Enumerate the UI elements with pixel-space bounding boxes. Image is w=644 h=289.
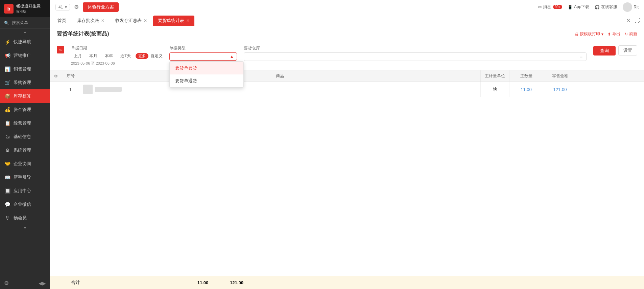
sidebar-item-inventory[interactable]: 📦 库存核算 — [0, 89, 50, 103]
col-header-product: 商品 — [79, 70, 481, 82]
date-range-text: 2023-05-06 至 2023-06-06 — [71, 61, 163, 66]
filter-actions: 查询 设置 — [593, 45, 637, 56]
service-icon: 🎧 — [595, 5, 600, 9]
sidebar-item-member[interactable]: 🎖 畅会员 — [0, 211, 50, 225]
col-header-qty: 主数量 — [509, 70, 543, 82]
sidebar-item-label: 销售管理 — [14, 66, 31, 72]
wechat-icon: 💬 — [4, 201, 11, 208]
sidebar-item-operation[interactable]: 📋 经营管理 — [0, 116, 50, 130]
header-settings-icon[interactable]: ⚙ — [74, 4, 79, 10]
query-btn[interactable]: 查询 — [593, 46, 616, 55]
export-icon: ⬆ — [607, 32, 611, 37]
chevron-up-icon[interactable]: ▲ — [230, 54, 234, 59]
print-icon: 🖨 — [574, 32, 578, 37]
col-header-no: 序号 — [62, 70, 79, 82]
product-cell — [83, 85, 476, 94]
warehouse-filter-label: 要货仓库 — [244, 45, 587, 51]
tab-requisition-label: 要货单统计表 — [158, 18, 184, 24]
tab-inventory-batch[interactable]: 库存批次账 ✕ — [72, 16, 109, 26]
row-extra — [577, 82, 644, 97]
sidebar-logo: b 畅捷通好生意 标准版 — [0, 0, 50, 17]
table-container: ⚙ 序号 商品 主计量单位 主数量 零售金额 1 — [50, 70, 644, 276]
print-btn[interactable]: 🖨 按模板打印 ▾ — [574, 31, 603, 37]
tab-requisition-close[interactable]: ✕ — [186, 18, 190, 23]
user-name: Rit — [634, 5, 639, 9]
print-dropdown-icon: ▾ — [601, 32, 603, 37]
date-custom-btn[interactable]: 自定义 — [150, 53, 163, 59]
sidebar-nav: ▲ ⚡ 快捷导航 📢 营销推广 📊 销售管理 🛒 采购管理 📦 库存核算 💰 资… — [0, 29, 50, 277]
sidebar-search[interactable]: 🔍 搜索菜单 — [0, 17, 50, 29]
date-btn-more[interactable]: 更多 — [136, 53, 148, 59]
online-service-btn[interactable]: 🎧 在线客服 — [595, 4, 617, 10]
guide-icon: 📖 — [4, 174, 11, 181]
sidebar-item-sales[interactable]: 📊 销售管理 — [0, 62, 50, 76]
system-icon: ⚙ — [4, 147, 11, 154]
filter-settings-btn[interactable]: 设置 — [618, 45, 637, 55]
quick-nav-icon: ⚡ — [4, 39, 11, 45]
filter-expand-btn[interactable]: » — [57, 46, 64, 53]
tab-home[interactable]: 首页 — [53, 16, 71, 26]
sidebar-item-label: 资金管理 — [14, 107, 31, 113]
col-header-extra — [577, 70, 644, 82]
sidebar-item-base[interactable]: 🗂 基础信息 — [0, 130, 50, 143]
col-header-settings[interactable]: ⚙ — [50, 70, 62, 82]
dropdown-item-requisition-order[interactable]: 要货单要货 — [170, 62, 243, 74]
qty-link[interactable]: 11.00 — [521, 87, 532, 92]
col-header-unit: 主计量单位 — [481, 70, 509, 82]
sidebar: b 畅捷通好生意 标准版 🔍 搜索菜单 ▲ ⚡ 快捷导航 📢 营销推广 📊 销售… — [0, 0, 50, 289]
warehouse-input[interactable] — [247, 54, 578, 59]
date-btn-this-year[interactable]: 本年 — [102, 52, 116, 60]
sidebar-settings-icon[interactable]: ⚙ — [4, 280, 9, 286]
sidebar-item-quick-nav[interactable]: ⚡ 快捷导航 — [0, 35, 50, 49]
date-btn-this-month[interactable]: 本月 — [87, 52, 100, 60]
date-buttons: 上月 本月 本年 近7天 更多 自定义 — [71, 52, 163, 60]
tab-inventory-batch-close[interactable]: ✕ — [101, 18, 104, 23]
sidebar-item-label: 畅会员 — [14, 215, 27, 221]
date-btn-last-month[interactable]: 上月 — [71, 52, 85, 60]
row-qty: 11.00 — [509, 82, 543, 97]
company-selector[interactable]: 41 ▾ — [55, 4, 70, 10]
sidebar-item-guide[interactable]: 📖 新手引导 — [0, 171, 50, 184]
export-btn[interactable]: ⬆ 导出 — [607, 31, 620, 37]
tab-requisition-stats[interactable]: 要货单统计表 ✕ — [153, 16, 194, 26]
sidebar-item-system[interactable]: ⚙ 系统管理 — [0, 143, 50, 157]
row-settings — [50, 82, 62, 97]
page-title: 要货单统计表(按商品) — [57, 30, 109, 38]
messages-btn[interactable]: ✉ 消息 99+ — [538, 4, 562, 10]
sidebar-item-enterprise[interactable]: 🤝 企业协同 — [0, 157, 50, 171]
sidebar-item-wechat[interactable]: 💬 企业微信 — [0, 198, 50, 211]
messages-label: 消息 — [543, 4, 551, 10]
sidebar-collapse-icon[interactable]: ◀▶ — [39, 281, 46, 286]
refresh-btn[interactable]: ↻ 刷新 — [624, 31, 637, 37]
date-btn-7days[interactable]: 近7天 — [118, 52, 134, 60]
industry-btn[interactable]: 体验行业方案 — [83, 2, 119, 12]
filter-bar: » 单据日期 上月 本月 本年 近7天 更多 自定义 2023-05-06 至 … — [50, 41, 644, 70]
sidebar-scroll-down[interactable]: ▼ — [0, 225, 50, 231]
footer-qty: 11.00 — [186, 280, 220, 285]
sidebar-item-label: 营销推广 — [14, 52, 31, 59]
sidebar-scroll-up[interactable]: ▲ — [0, 29, 50, 35]
warehouse-more-icon[interactable]: ··· — [580, 54, 583, 59]
data-table: ⚙ 序号 商品 主计量单位 主数量 零售金额 1 — [50, 70, 644, 97]
finance-icon: 💰 — [4, 106, 11, 113]
close-all-icon[interactable]: ✕ — [625, 17, 632, 24]
tabs-bar: 首页 库存批次账 ✕ 收发存汇总表 ✕ 要货单统计表 ✕ ✕ ⛶ — [50, 14, 644, 27]
user-menu[interactable]: Rit — [623, 2, 639, 12]
app-download-btn[interactable]: 📱 App下载 — [568, 4, 589, 10]
sidebar-item-label: 应用中心 — [14, 188, 31, 194]
sidebar-item-purchase[interactable]: 🛒 采购管理 — [0, 76, 50, 89]
sidebar-item-apps[interactable]: 🔲 应用中心 — [0, 184, 50, 198]
tab-receivable-close[interactable]: ✕ — [144, 18, 147, 23]
warehouse-select-box[interactable]: ··· — [244, 52, 587, 61]
amount-link[interactable]: 121.00 — [553, 87, 567, 92]
tab-receivable-label: 收发存汇总表 — [115, 18, 142, 24]
tab-receivable-summary[interactable]: 收发存汇总表 ✕ — [111, 16, 152, 26]
dropdown-item-requisition-return[interactable]: 要货单退货 — [170, 74, 243, 87]
type-select-input[interactable] — [172, 54, 230, 59]
maximize-icon[interactable]: ⛶ — [633, 17, 641, 24]
sidebar-item-marketing[interactable]: 📢 营销推广 — [0, 49, 50, 62]
table-row: 1 块 11.00 121.00 — [50, 82, 644, 97]
app-logo-icon: b — [4, 4, 14, 14]
sidebar-item-finance[interactable]: 💰 资金管理 — [0, 103, 50, 116]
type-select-box[interactable]: ▲ — [169, 52, 237, 61]
